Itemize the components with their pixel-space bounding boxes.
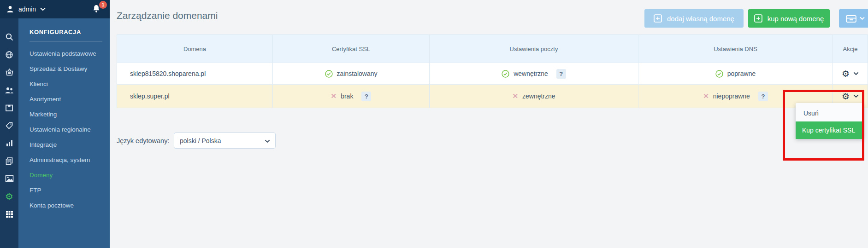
chevron-down-icon	[40, 7, 46, 11]
sidebar-item-ustawienia-regionalne[interactable]: Ustawienia regionalne	[18, 122, 110, 137]
ssl-status-label: zainstalowany	[337, 70, 378, 77]
globe-icon[interactable]	[0, 47, 18, 62]
check-circle-icon	[715, 70, 723, 78]
help-badge[interactable]: ?	[361, 92, 371, 101]
ssl-status-cell: zainstalowany	[272, 63, 429, 84]
column-header-domena: Domena	[117, 35, 272, 63]
search-icon[interactable]	[0, 29, 18, 44]
notification-badge: 1	[99, 1, 107, 9]
ssl-status-label: brak	[341, 92, 353, 100]
sidebar-item-sprzedaz-dostawy[interactable]: Sprzedaż & Dostawy	[18, 61, 110, 76]
export-menu-button[interactable]	[839, 9, 868, 28]
archive-icon	[846, 14, 856, 23]
context-menu-buy-ssl[interactable]: Kup certyfikat SSL	[796, 121, 863, 139]
chevron-down-icon	[853, 94, 859, 98]
sidebar-item-asortyment[interactable]: Asortyment	[18, 92, 110, 107]
plus-square-icon	[754, 14, 762, 23]
help-badge[interactable]: ?	[758, 92, 768, 101]
notification-bell[interactable]: 1	[92, 4, 103, 16]
add-own-domain-label: dodaj własną domenę	[667, 15, 734, 23]
check-circle-icon	[502, 70, 509, 78]
sidebar-item-klienci[interactable]: Klienci	[18, 76, 110, 92]
check-circle-icon	[325, 70, 333, 78]
apps-grid-icon[interactable]	[0, 207, 18, 221]
page-title: Zarządzanie domenami	[117, 10, 218, 21]
sidebar-item-ftp[interactable]: FTP	[18, 183, 110, 198]
user-menu[interactable]: admin	[6, 0, 46, 18]
sidebar-item-domeny[interactable]: Domeny	[18, 167, 110, 183]
chevron-down-icon	[853, 72, 859, 75]
language-value: polski / Polska	[180, 137, 221, 144]
x-icon: ✕	[512, 92, 518, 100]
language-label: Język edytowany:	[117, 137, 169, 144]
mail-status-label: wewnętrzne	[514, 70, 548, 77]
domain-name: sklep.super.pl	[117, 85, 272, 108]
column-header-akcje: Akcje	[833, 35, 868, 63]
chevron-down-icon	[265, 139, 270, 143]
table-row-highlighted: sklep.super.pl ✕ brak ? ✕ zewnętrzne ✕ n…	[117, 84, 868, 108]
basket-icon[interactable]	[0, 65, 18, 80]
tag-icon[interactable]	[0, 118, 18, 133]
sidebar-list: Ustawienia podstawowe Sprzedaż & Dostawy…	[18, 46, 110, 213]
row-actions-dropdown[interactable]: ⚙	[842, 69, 859, 78]
customers-icon[interactable]	[0, 83, 18, 98]
column-header-certyfikat-ssl: Certyfikat SSL	[272, 35, 429, 63]
actions-cell: ⚙	[833, 63, 868, 84]
documents-icon[interactable]	[0, 154, 18, 168]
dns-status-label: niepoprawne	[713, 92, 750, 100]
x-icon: ✕	[703, 92, 709, 100]
sidebar-item-integracje[interactable]: Integracje	[18, 137, 110, 152]
sidebar-item-konta-pocztowe[interactable]: Konta pocztowe	[18, 198, 110, 213]
plus-square-icon	[654, 14, 662, 23]
icon-rail: ⚙	[0, 18, 18, 248]
domains-table: Domena Certyfikat SSL Ustawienia poczty …	[117, 35, 868, 108]
domain-name: sklep815820.shoparena.pl	[117, 63, 272, 84]
gear-icon: ⚙	[842, 69, 850, 78]
gear-icon: ⚙	[842, 92, 850, 101]
orders-box-icon[interactable]	[0, 100, 18, 115]
dns-status-cell: poprawne	[638, 63, 833, 84]
x-icon: ✕	[331, 92, 337, 100]
column-header-ustawienia-poczty: Ustawienia poczty	[429, 35, 638, 63]
username: admin	[18, 6, 36, 13]
actions-context-menu: Usuń Kup certyfikat SSL	[796, 103, 863, 139]
app-root: admin 1 ⚙ KONFIGURACJA Ustawienia podsta…	[0, 0, 868, 248]
sidebar-menu: KONFIGURACJA Ustawienia podstawowe Sprze…	[18, 18, 110, 248]
column-header-ustawienia-dns: Ustawienia DNS	[638, 35, 833, 63]
add-own-domain-button[interactable]: dodaj własną domenę	[644, 9, 744, 28]
sidebar-item-ustawienia-podstawowe[interactable]: Ustawienia podstawowe	[18, 46, 110, 61]
user-icon	[6, 5, 14, 13]
sidebar-section-title: KONFIGURACJA	[30, 29, 102, 42]
language-select[interactable]: polski / Polska	[174, 133, 276, 149]
buy-new-domain-label: kup nową domenę	[768, 15, 824, 23]
settings-gear-icon[interactable]: ⚙	[0, 189, 18, 204]
chevron-down-icon	[860, 17, 865, 20]
mail-status-cell: ✕ zewnętrzne	[429, 85, 638, 108]
dns-status-label: poprawne	[727, 70, 756, 77]
help-badge[interactable]: ?	[556, 69, 566, 79]
table-header-row: Domena Certyfikat SSL Ustawienia poczty …	[117, 35, 868, 63]
topbar: admin 1	[0, 0, 110, 18]
ssl-status-cell: ✕ brak ?	[272, 85, 429, 108]
stats-chart-icon[interactable]	[0, 136, 18, 150]
media-image-icon[interactable]	[0, 171, 18, 186]
mail-status-label: zewnętrzne	[522, 92, 555, 100]
buy-new-domain-button[interactable]: kup nową domenę	[748, 9, 830, 28]
sidebar-item-administracja-system[interactable]: Administracja, system	[18, 152, 110, 167]
context-menu-delete[interactable]: Usuń	[796, 106, 863, 121]
sidebar-item-marketing[interactable]: Marketing	[18, 107, 110, 122]
table-row: sklep815820.shoparena.pl zainstalowany w…	[117, 63, 868, 84]
row-actions-dropdown[interactable]: ⚙	[842, 92, 859, 101]
mail-status-cell: wewnętrzne ?	[429, 63, 638, 84]
